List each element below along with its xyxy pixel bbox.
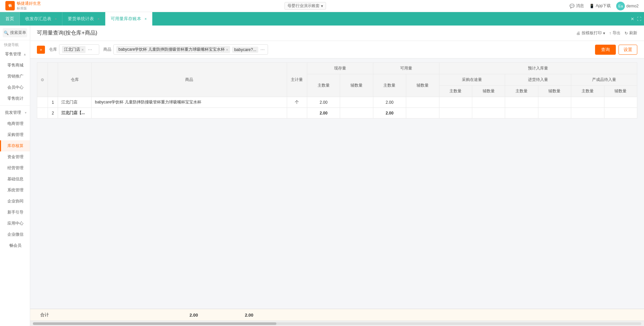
tab-bar: 首页 收发存汇总表 × 要货单统计表 × 可用量库存账本 × ✕ ⛶ <box>0 12 644 26</box>
print-arrow-icon: ▾ <box>603 31 605 36</box>
sidebar-item-operations-mgmt[interactable]: 经营管理 <box>0 162 30 174</box>
scroll-thumb[interactable] <box>33 322 276 325</box>
th-production-main: 主数量 <box>571 86 604 97</box>
th-current-stock-group: 现存量 <box>307 63 373 74</box>
th-current-aux: 辅数量 <box>340 74 373 97</box>
industry-selector[interactable]: 母婴行业演示账套 ▾ <box>284 2 326 10</box>
top-bar-left: 畅 畅捷通好生意 标准版 <box>5 1 41 10</box>
print-icon: 🖨 <box>576 31 580 36</box>
message-icon: 💬 <box>570 4 575 8</box>
sidebar-item-member[interactable]: 畅会员 <box>0 240 30 251</box>
th-available-aux: 辅数量 <box>406 74 439 97</box>
filter-expand-btn[interactable]: » <box>37 46 45 54</box>
close-all-tabs-icon[interactable]: ✕ <box>631 16 634 21</box>
sidebar-item-ecommerce[interactable]: 电商管理 <box>0 118 30 129</box>
td-warehouse: 江北门店【... <box>58 108 92 119</box>
product-input[interactable]: babycare学饮杯 儿童防摔防撞吸管杯重力球吸嘴杯宝宝水杯 × babyca… <box>113 44 268 55</box>
warehouse-filter-group: 仓库 江北门店 × ··· <box>49 44 99 55</box>
th-purchase-group: 采购在途量 <box>439 74 505 86</box>
warehouse-input[interactable]: 江北门店 × ··· <box>59 44 99 55</box>
th-product: 商品 <box>92 63 287 97</box>
td-purchase-aux <box>472 97 505 108</box>
td-production-aux <box>604 97 637 108</box>
close-tab-receipt[interactable]: × <box>55 17 57 21</box>
scroll-bar-area <box>30 321 644 326</box>
logo-icon: 畅 <box>5 1 15 10</box>
app-download-btn[interactable]: 📱 App下载 <box>589 3 611 9</box>
sidebar-item-retail-mall[interactable]: 零售商城 <box>0 60 30 71</box>
sidebar-item-marketing[interactable]: 营销推广 <box>0 71 30 82</box>
tab-spacer <box>152 12 628 26</box>
th-available-main: 主数量 <box>373 74 406 97</box>
sidebar-item-sys-mgmt[interactable]: 系统管理 <box>0 185 30 196</box>
print-btn[interactable]: 🖨 按模板打印 ▾ <box>576 30 605 36</box>
sidebar-item-inventory-check[interactable]: 库存核算 <box>0 140 30 151</box>
filter-bar: » 仓库 江北门店 × ··· 商品 babycare学饮杯 儿童防摔防撞吸管杯… <box>30 41 644 58</box>
th-production-group: 产成品待入量 <box>571 74 637 86</box>
top-bar: 畅 畅捷通好生意 标准版 母婴行业演示账套 ▾ 💬 消息 📱 App下载 Ea … <box>0 0 644 12</box>
product-tag-2: babycare?... <box>232 47 258 53</box>
app-icon: 📱 <box>589 4 594 8</box>
sidebar-search: 🔍 搜索菜单 <box>0 26 30 40</box>
sidebar-item-wholesale-mgmt[interactable]: 批发管理 ▾ <box>0 107 30 118</box>
product-more-btn[interactable]: ··· <box>260 47 265 53</box>
refresh-icon: ↻ <box>625 31 628 36</box>
remove-product-tag-1[interactable]: × <box>226 48 228 52</box>
remove-warehouse-tag[interactable]: × <box>82 48 84 52</box>
content-area: 可用量查询(按仓库+商品) 🖨 按模板打印 ▾ ↑ 导出 ↻ 刷新 <box>30 26 644 326</box>
sidebar-item-basic-info[interactable]: 基础信息 <box>0 174 30 185</box>
search-menu-btn[interactable]: 🔍 搜索菜单 <box>3 28 27 37</box>
td-index: 2 <box>48 108 58 119</box>
td-available-main: 2.00 <box>373 97 406 108</box>
tab-home[interactable]: 首页 <box>0 12 20 26</box>
tab-available-stock[interactable]: 可用量库存账本 × <box>105 12 152 26</box>
sidebar-item-member-center[interactable]: 会员中心 <box>0 82 30 93</box>
td-main-unit <box>287 108 307 119</box>
td-incoming-aux <box>538 108 571 119</box>
th-incoming-main: 主数量 <box>505 86 538 97</box>
gear-icon[interactable]: ⚙ <box>41 78 44 82</box>
export-btn[interactable]: ↑ 导出 <box>609 30 621 36</box>
page-title: 可用量查询(按仓库+商品) <box>37 30 97 37</box>
refresh-btn[interactable]: ↻ 刷新 <box>625 30 637 36</box>
sidebar-item-enterprise-collab[interactable]: 企业协同 <box>0 196 30 207</box>
table-row: 2 江北门店【... 2.00 2.00 <box>37 108 637 119</box>
table-footer: 合计 2.00 2.00 <box>30 309 644 321</box>
td-purchase-main <box>439 108 472 119</box>
th-incoming-aux: 辅数量 <box>538 86 571 97</box>
query-btn[interactable]: 查询 <box>595 45 616 55</box>
warehouse-more-btn[interactable]: ··· <box>88 47 92 53</box>
th-purchase-main: 主数量 <box>439 86 472 97</box>
sidebar-item-purchase-mgmt[interactable]: 采购管理 <box>0 129 30 140</box>
sidebar-item-retail-stats[interactable]: 零售统计 <box>0 93 30 104</box>
th-index <box>48 63 58 97</box>
sidebar-item-finance-mgmt[interactable]: 资金管理 <box>0 151 30 162</box>
tab-controls: ✕ ⛶ <box>628 12 644 26</box>
td-incoming-main <box>505 97 538 108</box>
setting-btn[interactable]: 设置 <box>619 45 637 55</box>
td-main-unit: 个 <box>287 97 307 108</box>
close-tab-available[interactable]: × <box>145 17 147 21</box>
sidebar-item-new-guide[interactable]: 新手引导 <box>0 207 30 218</box>
export-icon: ↑ <box>609 31 611 36</box>
scroll-track[interactable] <box>33 322 641 325</box>
expand-icon2: ▾ <box>25 111 26 114</box>
close-tab-order[interactable]: × <box>97 17 99 21</box>
td-production-main <box>571 97 604 108</box>
sidebar-item-retail-mgmt[interactable]: 零售管理 ▲ <box>0 49 30 60</box>
nav-label: 快捷导航 <box>0 40 30 49</box>
th-available-group: 可用量 <box>373 63 439 74</box>
tab-receipt-summary[interactable]: 收发存汇总表 × <box>20 12 62 26</box>
td-current-aux <box>340 97 373 108</box>
top-bar-right: 💬 消息 📱 App下载 Ea demo2 <box>570 2 639 10</box>
sidebar-item-enterprise-wechat[interactable]: 企业微信 <box>0 229 30 240</box>
tab-order-stats[interactable]: 要货单统计表 × <box>62 12 105 26</box>
message-btn[interactable]: 💬 消息 <box>570 3 584 9</box>
td-current-aux <box>340 108 373 119</box>
page-header: 可用量查询(按仓库+商品) 🖨 按模板打印 ▾ ↑ 导出 ↻ 刷新 <box>30 26 644 41</box>
footer-available-main: 2.00 <box>245 313 253 318</box>
fullscreen-icon[interactable]: ⛶ <box>637 16 641 21</box>
sidebar-item-app-center[interactable]: 应用中心 <box>0 218 30 229</box>
user-profile[interactable]: Ea demo2 <box>616 2 639 10</box>
th-incoming-group: 进货待入量 <box>505 74 571 86</box>
